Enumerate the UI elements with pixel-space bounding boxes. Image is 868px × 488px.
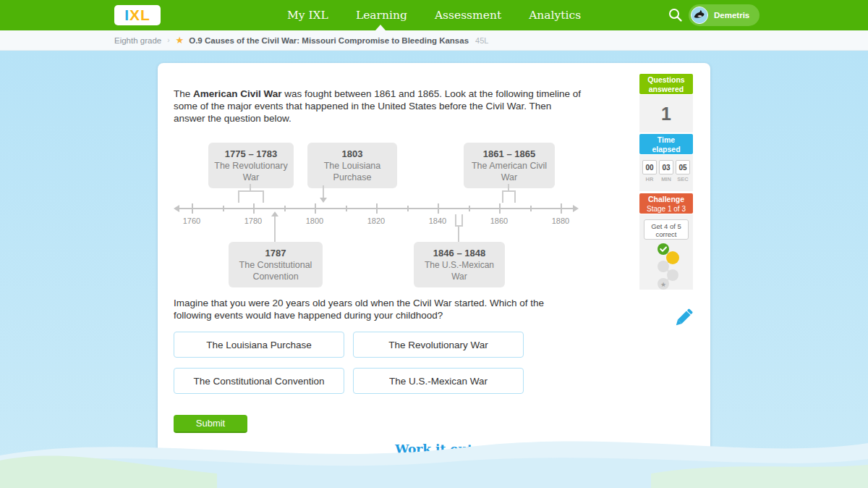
challenge-header: Challenge Stage 1 of 3 (639, 193, 693, 214)
practice-stats-sidebar: Questions answered 1 Time elapsed 00 03 … (639, 74, 693, 291)
pencil-tool-icon[interactable] (670, 306, 696, 332)
breadcrumb-grade-link[interactable]: Eighth grade (114, 36, 161, 45)
challenge-progress-path: ★ (639, 243, 693, 292)
timeline-tick-label: 1760 (177, 216, 206, 225)
timeline-tick (253, 203, 255, 214)
timeline-tick (315, 203, 316, 214)
timeline-tick-label: 1840 (423, 216, 452, 225)
connector-line (514, 190, 516, 203)
timeline-tick (561, 203, 562, 214)
event-name: The American Civil War (468, 161, 550, 183)
event-years: 1775 – 1783 (213, 148, 289, 160)
smartscore-badge: 45L (475, 36, 488, 45)
timeline-tick-label: 1780 (239, 216, 268, 225)
timeline-tick (499, 203, 501, 214)
username-label: Demetris (714, 11, 749, 20)
timeline-tick (376, 203, 378, 214)
answer-option-constitutional-convention[interactable]: The Constitutional Convention (174, 368, 344, 394)
progress-node-pending (658, 261, 669, 272)
event-name: The Revolutionary War (213, 161, 289, 183)
axis-right-arrow-icon (573, 205, 579, 212)
breadcrumb-separator-icon: › (167, 36, 169, 44)
main-area: The American Civil War was fought betwee… (0, 51, 868, 488)
nav-analytics[interactable]: Analytics (529, 9, 581, 22)
progress-node-correct (658, 243, 669, 255)
time-elapsed-value: 00 03 05 HR MIN SEC (639, 155, 693, 191)
intro-bold-term: American Civil War (193, 88, 282, 99)
avatar (691, 7, 708, 24)
connector-arrow (274, 216, 276, 242)
timeline-tick (407, 206, 409, 211)
timeline-tick-label: 1820 (362, 216, 391, 225)
connector-line (263, 190, 264, 203)
challenge-progress: Get 4 of 5 correct ★ (639, 214, 693, 290)
time-elapsed-header: Time elapsed (639, 134, 693, 154)
star-icon: ★ (176, 35, 184, 46)
seconds-value: 05 (676, 160, 690, 174)
questions-answered-header: Questions answered (639, 74, 693, 94)
event-years: 1803 (312, 148, 393, 160)
hours-value: 00 (642, 160, 657, 174)
progress-node-current (666, 251, 679, 264)
connector-line (238, 190, 239, 203)
event-name: The Louisiana Purchase (312, 161, 393, 183)
answer-option-revolutionary-war[interactable]: The Revolutionary War (353, 332, 524, 358)
minutes-value: 03 (659, 160, 673, 174)
star-node-icon: ★ (660, 281, 666, 288)
timeline-event-us-mexican-war: 1846 – 1848 The U.S.-Mexican War (414, 242, 505, 287)
active-tab-caret (375, 25, 386, 30)
event-years: 1787 (233, 247, 318, 259)
axis-left-arrow-icon (174, 205, 179, 212)
user-account-chip[interactable]: Demetris (689, 4, 760, 26)
breadcrumb: Eighth grade › ★ O.9 Causes of the Civil… (0, 30, 868, 51)
timeline-tick (346, 206, 347, 211)
orca-avatar-icon (692, 7, 707, 23)
timeline-event-constitutional-convention: 1787 The Constitutional Convention (229, 242, 323, 287)
arrow-down-icon (320, 198, 327, 203)
timeline-tick (438, 203, 439, 214)
timeline-figure: 1760178018001820184018601880 1775 – 1783… (174, 140, 579, 285)
questions-answered-value: 1 (639, 95, 693, 132)
timeline-tick (192, 203, 193, 214)
timeline-event-louisiana-purchase: 1803 The Louisiana Purchase (307, 143, 397, 188)
answer-options: The Louisiana Purchase The Revolutionary… (174, 332, 694, 394)
connector-arrow (323, 185, 324, 198)
question-intro: The American Civil War was fought betwee… (174, 88, 584, 125)
timeline-event-american-civil-war: 1861 – 1865 The American Civil War (464, 143, 555, 188)
nav-my-ixl[interactable]: My IXL (287, 9, 328, 22)
search-icon[interactable] (668, 7, 684, 23)
timeline-tick (530, 206, 532, 211)
challenge-stage-label: Stage 1 of 3 (639, 204, 693, 214)
wave-background (0, 423, 868, 488)
timeline-tick-label: 1880 (546, 216, 575, 225)
answer-option-louisiana-purchase[interactable]: The Louisiana Purchase (174, 332, 344, 358)
event-name: The U.S.-Mexican War (416, 260, 503, 282)
timeline-tick (284, 206, 286, 211)
nav-learning[interactable]: Learning (356, 9, 407, 22)
progress-node-pending (667, 269, 678, 281)
timeline-tick-label: 1800 (300, 216, 329, 225)
connector-line (238, 190, 264, 192)
timeline-tick (469, 206, 470, 211)
timeline-event-revolutionary-war: 1775 – 1783 The Revolutionary War (208, 143, 294, 188)
timeline-tick-label: 1860 (485, 216, 514, 225)
challenge-goal: Get 4 of 5 correct (644, 219, 689, 240)
nav-assessment[interactable]: Assessment (435, 9, 501, 22)
question-prompt: Imagine that you were 20 years old years… (174, 297, 556, 321)
event-years: 1846 – 1848 (416, 247, 503, 259)
timeline-tick (223, 206, 224, 211)
arrow-up-icon (271, 211, 278, 216)
answer-option-us-mexican-war[interactable]: The U.S.-Mexican War (353, 368, 524, 394)
top-nav-bar: IXL My IXL Learning Assessment Analytics… (0, 0, 868, 30)
connector-line (502, 190, 503, 203)
event-years: 1861 – 1865 (468, 148, 550, 160)
skill-title: O.9 Causes of the Civil War: Missouri Co… (189, 36, 469, 45)
connector-line (458, 227, 459, 242)
event-name: The Constitutional Convention (233, 260, 318, 282)
